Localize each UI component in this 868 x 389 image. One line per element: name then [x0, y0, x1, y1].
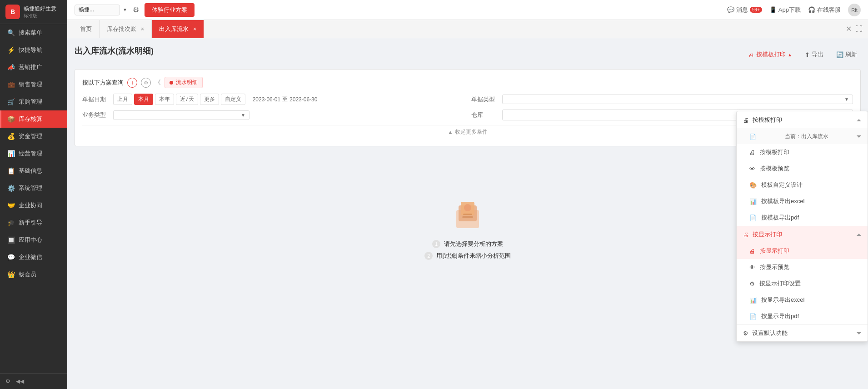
app-edition: 标准版: [24, 13, 56, 19]
appcenter-icon: 🔲: [7, 236, 15, 244]
filter-doctype-select[interactable]: ▼: [502, 95, 853, 104]
current-item-icon: 📄: [749, 134, 756, 140]
step-num-1: 1: [432, 240, 440, 248]
date-btn-thisyear[interactable]: 本年: [155, 94, 174, 105]
date-btn-lastmonth[interactable]: 上月: [113, 94, 132, 105]
tab-inventory-batch-close[interactable]: ×: [141, 26, 144, 32]
tab-flow[interactable]: 出入库流水 ×: [152, 20, 204, 38]
template-pdf-label: 按模板导出pdf: [761, 214, 799, 222]
date-btn-7days[interactable]: 近7天: [176, 94, 198, 105]
dropdown-default-settings[interactable]: ⚙ 设置默认功能: [737, 325, 868, 341]
industry-btn[interactable]: 体验行业方案: [145, 3, 195, 17]
tab-expand-icon[interactable]: ⛶: [855, 25, 863, 33]
date-btn-thismonth[interactable]: 本月: [134, 94, 153, 105]
date-btn-custom[interactable]: 自定义: [221, 94, 245, 105]
quicknav-icon: ⚡: [7, 46, 15, 54]
dropdown-header[interactable]: 🖨 按模板打印: [737, 111, 868, 129]
tab-close-all-icon[interactable]: ✕: [846, 25, 852, 33]
sidebar-item-inventory[interactable]: 📦 库存核算: [0, 110, 67, 128]
empty-step-1: 1 请先选择要分析的方案: [432, 240, 503, 248]
app-download-btn[interactable]: 📱 App下载: [769, 6, 801, 14]
filter-date-label: 单据日期: [82, 95, 110, 104]
user-avatar[interactable]: Rit: [848, 4, 861, 16]
mobile-icon: 📱: [769, 6, 777, 13]
tab-flow-close[interactable]: ×: [193, 26, 196, 32]
tab-inventory-batch[interactable]: 库存批次账 ×: [100, 20, 152, 38]
sidebar-item-member[interactable]: 👑 畅会员: [0, 266, 67, 283]
refresh-label: 刷新: [845, 50, 857, 59]
empty-step1-text: 请先选择要分析的方案: [444, 240, 503, 248]
topbar-search-input[interactable]: [75, 5, 120, 15]
topbar-dropdown-btn[interactable]: ▼: [123, 7, 127, 12]
dropdown-item-display-print[interactable]: 🖨 按显示打印: [737, 243, 868, 259]
sidebar-item-quicknav[interactable]: ⚡ 快捷导航: [0, 41, 67, 59]
message-btn[interactable]: 💬 消息 99+: [727, 6, 762, 14]
dropdown-item-display-settings[interactable]: ⚙ 按显示打印设置: [737, 275, 868, 292]
dropdown-item-display-preview[interactable]: 👁 按显示预览: [737, 259, 868, 275]
dropdown-item-template-print[interactable]: 🖨 按模板打印: [737, 144, 868, 160]
sidebar-item-system[interactable]: ⚙️ 系统管理: [0, 180, 67, 197]
sidebar-item-sales[interactable]: 💼 销售管理: [0, 76, 67, 93]
filter-collapse-btn[interactable]: 《: [155, 79, 161, 87]
topbar-gear-icon[interactable]: ⚙: [133, 5, 139, 14]
print-template-btn[interactable]: 🖨 按模板打印 ▲: [745, 49, 796, 60]
sidebar-item-purchase[interactable]: 🛒 采购管理: [0, 93, 67, 110]
template-excel-label: 按模板导出excel: [761, 197, 804, 205]
main-area: ▼ ⚙ 体验行业方案 💬 消息 99+ 📱 App下载 🎧 在线客服 Rit: [67, 0, 868, 389]
filter-settings-btn[interactable]: ⚙: [141, 78, 151, 88]
message-icon: 💬: [727, 6, 734, 13]
sidebar-item-guide[interactable]: 🎓 新手引导: [0, 214, 67, 231]
svg-rect-4: [463, 214, 472, 215]
filter-header: 按以下方案查询 + ⚙ 《 流水明细: [82, 77, 853, 88]
tab-home[interactable]: 首页: [73, 20, 100, 38]
search-icon: 🔍: [7, 29, 15, 37]
biztype-dropdown-icon: ▼: [241, 113, 245, 118]
export-label: 导出: [812, 50, 823, 59]
template-custom-label: 模板自定义设计: [761, 181, 803, 189]
app-name: 畅捷通好生意: [24, 5, 56, 13]
sidebar-logo: B 畅捷通好生意 标准版: [0, 0, 67, 24]
dropdown-item-template-pdf[interactable]: 📄 按模板导出pdf: [737, 209, 868, 226]
chevron-up-icon: ▲: [448, 129, 453, 135]
topbar-right: 💬 消息 99+ 📱 App下载 🎧 在线客服 Rit: [727, 4, 861, 16]
sidebar-settings-btn[interactable]: ⚙: [5, 378, 10, 384]
filter-tag[interactable]: 流水明细: [165, 77, 203, 88]
dropdown-item-display-excel[interactable]: 📊 按显示导出excel: [737, 292, 868, 308]
sidebar-label-marketing: 营销推广: [19, 63, 42, 71]
display-pdf-icon: 📄: [749, 313, 757, 320]
sidebar-item-marketing[interactable]: 📣 营销推广: [0, 59, 67, 76]
sidebar-label-weixin: 企业微信: [19, 253, 42, 261]
template-custom-icon: 🎨: [749, 182, 757, 189]
default-settings-section: ⚙ 设置默认功能: [737, 324, 868, 341]
sidebar-collapse-btn[interactable]: ◀◀: [16, 378, 24, 384]
sidebar-item-basic[interactable]: 📋 基础信息: [0, 162, 67, 180]
sidebar-item-search[interactable]: 🔍 搜索菜单: [0, 24, 67, 41]
filter-biztype-item: 业务类型 ▼: [82, 110, 464, 120]
refresh-btn[interactable]: 🔄 刷新: [833, 49, 861, 60]
filter-biztype-select[interactable]: ▼: [113, 110, 249, 120]
tab-flow-label: 出入库流水: [159, 25, 189, 33]
online-service-btn[interactable]: 🎧 在线客服: [808, 6, 841, 14]
print-header-icon: 🖨: [743, 117, 749, 124]
chevron-down-icon: ▼: [123, 7, 127, 12]
sidebar-item-operation[interactable]: 📊 经营管理: [0, 145, 67, 162]
sidebar-item-weixin[interactable]: 💬 企业微信: [0, 249, 67, 266]
dropdown-item-template-custom[interactable]: 🎨 模板自定义设计: [737, 177, 868, 193]
dropdown-item-display-pdf[interactable]: 📄 按显示导出pdf: [737, 308, 868, 324]
sidebar-item-enterprise[interactable]: 🤝 企业协同: [0, 197, 67, 214]
dropdown-current-item[interactable]: 📄 当前：出入库流水: [737, 129, 868, 144]
sidebar-item-finance[interactable]: 💰 资金管理: [0, 128, 67, 145]
dropdown-item-template-preview[interactable]: 👁 按模板预览: [737, 160, 868, 177]
sidebar-item-appcenter[interactable]: 🔲 应用中心: [0, 231, 67, 249]
user-name: Rit: [851, 7, 857, 13]
dropdown-display-header[interactable]: 🖨 按显示打印: [737, 226, 868, 243]
online-service-label: 在线客服: [817, 6, 841, 14]
tabs-bar: 首页 库存批次账 × 出入库流水 × ✕ ⛶: [67, 20, 868, 38]
export-btn[interactable]: ⬆ 导出: [801, 49, 827, 60]
tab-home-label: 首页: [80, 25, 92, 33]
display-excel-icon: 📊: [749, 297, 757, 304]
dropdown-item-template-excel[interactable]: 📊 按模板导出excel: [737, 193, 868, 209]
display-print-icon: 🖨: [749, 248, 755, 254]
filter-add-btn[interactable]: +: [127, 78, 137, 88]
date-btn-more[interactable]: 更多: [200, 94, 219, 105]
